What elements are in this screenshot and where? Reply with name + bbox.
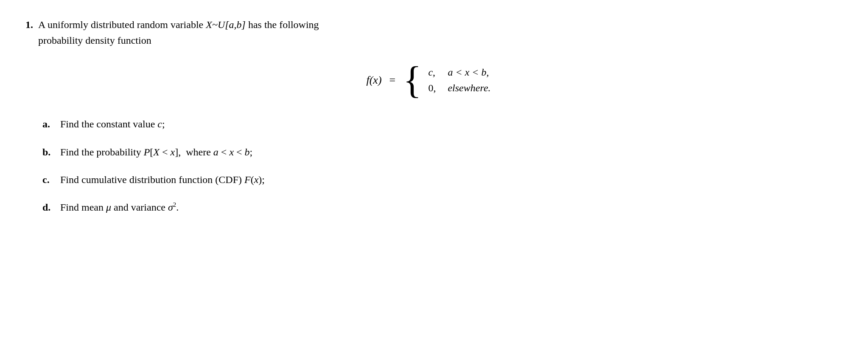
piecewise-lhs: f(x) (366, 74, 381, 87)
piecewise-cases: c, a < x < b, 0, elsewhere. (428, 67, 490, 94)
equals-sign: = (389, 74, 396, 87)
problem-header: 1. A uniformly distributed random variab… (25, 17, 832, 48)
case1-condition: a < x < b, (448, 67, 489, 78)
sub-label-a: a. (42, 116, 54, 132)
sub-text-b: Find the probability P[X < x], where a <… (60, 144, 252, 160)
case2-condition: elsewhere. (448, 82, 490, 94)
big-brace-icon: { (403, 61, 421, 99)
sub-label-b: b. (42, 144, 54, 160)
problem-container: 1. A uniformly distributed random variab… (25, 17, 832, 215)
problem-variable: X~U[a,b] (206, 19, 246, 30)
brace-container: { c, a < x < b, 0, elsewhere. (403, 61, 490, 99)
distributed-word: distributed (91, 19, 134, 30)
problem-number: 1. (25, 17, 33, 32)
sub-problem-b: b. Find the probability P[X < x], where … (42, 144, 832, 160)
case1-value: c, (428, 67, 441, 78)
sub-label-d: d. (42, 200, 54, 215)
sub-problems: a. Find the constant value c; b. Find th… (25, 116, 832, 215)
sub-text-a: Find the constant value c; (60, 116, 165, 132)
piecewise-case-1: c, a < x < b, (428, 67, 490, 78)
problem-intro-text: A uniformly distributed random variable … (38, 17, 319, 48)
sub-label-c: c. (42, 172, 54, 188)
case2-value: 0, (428, 82, 441, 94)
sub-text-d: Find mean μ and variance σ2. (60, 200, 179, 215)
sub-problem-a: a. Find the constant value c; (42, 116, 832, 132)
piecewise-function: f(x) = { c, a < x < b, 0, elsewhere. (25, 61, 832, 99)
piecewise-case-2: 0, elsewhere. (428, 82, 490, 94)
sub-problem-d: d. Find mean μ and variance σ2. (42, 200, 832, 215)
sub-text-c: Find cumulative distribution function (C… (60, 172, 265, 188)
sub-problem-c: c. Find cumulative distribution function… (42, 172, 832, 188)
